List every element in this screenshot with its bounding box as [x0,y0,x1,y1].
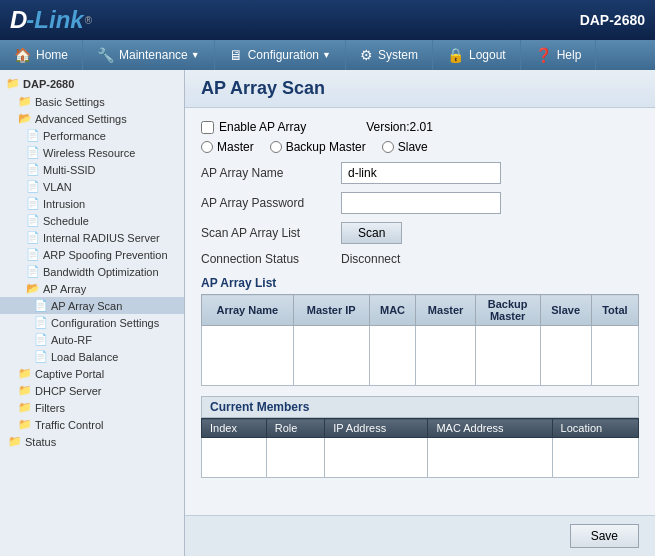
nav-help-label: Help [557,48,582,62]
nav-system[interactable]: ⚙ System [346,40,433,70]
enable-ap-array-row: Enable AP Array Version:2.01 [201,120,639,134]
logo-registered: ® [85,15,92,26]
content-header: AP Array Scan [185,70,655,108]
sidebar-item-filters[interactable]: 📁 Filters [0,399,184,416]
nav-help[interactable]: ❓ Help [521,40,597,70]
nav-home-label: Home [36,48,68,62]
sidebar-item-advanced-settings[interactable]: 📂 Advanced Settings [0,110,184,127]
nav-logout[interactable]: 🔒 Logout [433,40,521,70]
master-radio-label[interactable]: Master [201,140,254,154]
sidebar-item-configuration-settings[interactable]: 📄 Configuration Settings [0,314,184,331]
system-icon: ⚙ [360,47,373,63]
nav-bar: 🏠 Home 🔧 Maintenance ▼ 🖥 Configuration ▼… [0,40,655,70]
sidebar-item-arp-spoofing[interactable]: 📄 ARP Spoofing Prevention [0,246,184,263]
slave-radio-label[interactable]: Slave [382,140,428,154]
sidebar-multissid-label: Multi-SSID [43,164,96,176]
scan-ap-array-row: Scan AP Array List Scan [201,222,639,244]
sidebar-item-status[interactable]: 📁 Status [0,433,184,450]
connection-status-value: Disconnect [341,252,400,266]
col-total: Total [591,295,638,326]
sidebar-config-settings-label: Configuration Settings [51,317,159,329]
save-button[interactable]: Save [570,524,639,548]
ap-array-name-row: AP Array Name [201,162,639,184]
sidebar-ap-array-label: AP Array [43,283,86,295]
sidebar-auto-rf-label: Auto-RF [51,334,92,346]
sidebar-advanced-label: Advanced Settings [35,113,127,125]
maintenance-icon: 🔧 [97,47,114,63]
sidebar-item-internal-radius[interactable]: 📄 Internal RADIUS Server [0,229,184,246]
sidebar-item-schedule[interactable]: 📄 Schedule [0,212,184,229]
doc-icon-load-balance: 📄 [34,350,48,363]
sidebar-item-vlan[interactable]: 📄 VLAN [0,178,184,195]
doc-icon-bandwidth: 📄 [26,265,40,278]
members-table: Index Role IP Address MAC Address Locati… [201,418,639,478]
configuration-arrow: ▼ [322,50,331,60]
scan-ap-array-label: Scan AP Array List [201,226,341,240]
sidebar-item-ap-array-scan[interactable]: 📄 AP Array Scan [0,297,184,314]
version-label: Version:2.01 [366,120,433,134]
enable-ap-array-checkbox[interactable] [201,121,214,134]
ap-array-password-input[interactable] [341,192,501,214]
help-icon: ❓ [535,47,552,63]
sidebar-item-captive-portal[interactable]: 📁 Captive Portal [0,365,184,382]
logo: D -Link ® [10,6,92,34]
sidebar-item-performance[interactable]: 📄 Performance [0,127,184,144]
folder-icon-status: 📁 [8,435,22,448]
folder-icon-ap-array: 📂 [26,282,40,295]
sidebar-item-dap2680[interactable]: 📁 DAP-2680 [0,74,184,93]
folder-icon-traffic: 📁 [18,418,32,431]
doc-icon-multissid: 📄 [26,163,40,176]
sidebar-item-multi-ssid[interactable]: 📄 Multi-SSID [0,161,184,178]
folder-icon-advanced: 📂 [18,112,32,125]
ap-array-list-label: AP Array List [201,276,639,290]
sidebar-filters-label: Filters [35,402,65,414]
nav-configuration[interactable]: 🖥 Configuration ▼ [215,40,346,70]
sidebar-load-balance-label: Load Balance [51,351,118,363]
scan-button[interactable]: Scan [341,222,402,244]
ap-array-password-row: AP Array Password [201,192,639,214]
sidebar-root-label: DAP-2680 [23,78,74,90]
folder-icon: 📁 [6,77,20,90]
configuration-icon: 🖥 [229,47,243,63]
doc-icon-arp: 📄 [26,248,40,261]
members-col-ip: IP Address [325,419,428,438]
enable-ap-array-label: Enable AP Array [219,120,306,134]
doc-icon-intrusion: 📄 [26,197,40,210]
logo-d: D [10,6,26,34]
members-table-row [202,438,639,478]
doc-icon-wireless: 📄 [26,146,40,159]
doc-icon-radius: 📄 [26,231,40,244]
slave-radio[interactable] [382,141,394,153]
nav-maintenance[interactable]: 🔧 Maintenance ▼ [83,40,215,70]
col-mac: MAC [369,295,416,326]
backup-master-radio[interactable] [270,141,282,153]
sidebar-item-auto-rf[interactable]: 📄 Auto-RF [0,331,184,348]
sidebar-item-load-balance[interactable]: 📄 Load Balance [0,348,184,365]
doc-icon-schedule: 📄 [26,214,40,227]
ap-array-password-label: AP Array Password [201,196,341,210]
col-array-name: Array Name [202,295,294,326]
sidebar-item-wireless-resource[interactable]: 📄 Wireless Resource [0,144,184,161]
sidebar-item-intrusion[interactable]: 📄 Intrusion [0,195,184,212]
col-master-ip: Master IP [293,295,369,326]
master-radio[interactable] [201,141,213,153]
sidebar-item-ap-array[interactable]: 📂 AP Array [0,280,184,297]
header: D -Link ® DAP-2680 [0,0,655,40]
sidebar-item-bandwidth-opt[interactable]: 📄 Bandwidth Optimization [0,263,184,280]
sidebar-item-basic-settings[interactable]: 📁 Basic Settings [0,93,184,110]
master-label: Master [217,140,254,154]
backup-master-radio-label[interactable]: Backup Master [270,140,366,154]
sidebar-item-traffic-control[interactable]: 📁 Traffic Control [0,416,184,433]
save-bar: Save [185,515,655,556]
content-body: Enable AP Array Version:2.01 Master Back… [185,108,655,490]
logo-link: -Link [26,6,83,34]
ap-array-name-input[interactable] [341,162,501,184]
sidebar-wireless-label: Wireless Resource [43,147,135,159]
home-icon: 🏠 [14,47,31,63]
members-col-index: Index [202,419,267,438]
connection-status-row: Connection Status Disconnect [201,252,639,266]
folder-icon-captive: 📁 [18,367,32,380]
nav-home[interactable]: 🏠 Home [0,40,83,70]
sidebar: 📁 DAP-2680 📁 Basic Settings 📂 Advanced S… [0,70,185,556]
sidebar-item-dhcp-server[interactable]: 📁 DHCP Server [0,382,184,399]
